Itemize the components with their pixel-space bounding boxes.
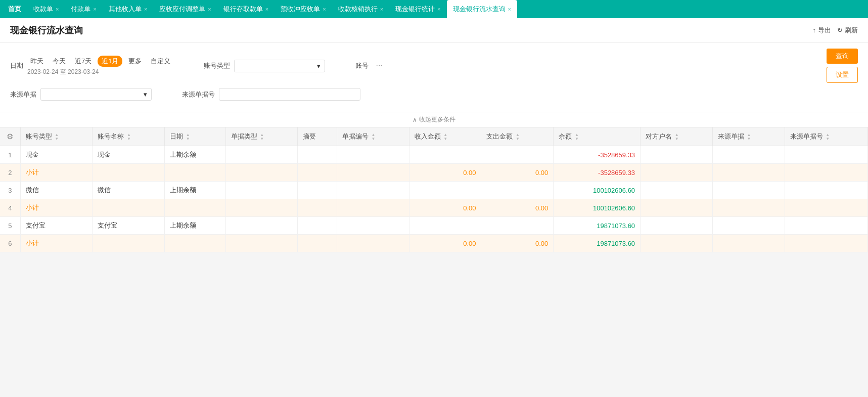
cell-date bbox=[165, 199, 225, 217]
cell-doc-type bbox=[225, 146, 298, 164]
table-row[interactable]: 4 小计 0.00 0.00 100102606.60 bbox=[0, 199, 868, 217]
collapse-bar[interactable]: ∧ 收起更多条件 bbox=[0, 112, 868, 127]
close-icon-adjustment[interactable]: × bbox=[208, 6, 211, 12]
close-icon-fudan[interactable]: × bbox=[93, 6, 96, 12]
cell-source-doc-no bbox=[785, 164, 867, 182]
cell-source-doc bbox=[712, 146, 785, 164]
sort-account-type-icon[interactable]: ▲▼ bbox=[55, 133, 59, 141]
nav-tab-shoudan[interactable]: 收款单 × bbox=[27, 0, 65, 18]
table-row[interactable]: 3 微信 微信 上期余额 100102606.60 bbox=[0, 182, 868, 199]
close-icon-bank-deposit[interactable]: × bbox=[265, 6, 268, 12]
cell-account-type: 现金 bbox=[20, 146, 93, 164]
cell-expense: 0.00 bbox=[481, 164, 554, 182]
cell-source-doc bbox=[712, 235, 785, 252]
cell-date: 上期余额 bbox=[165, 182, 225, 199]
date-btn-more[interactable]: 更多 bbox=[125, 56, 145, 67]
sort-expense-icon[interactable]: ▲▼ bbox=[516, 133, 520, 141]
column-summary: 摘要 bbox=[298, 127, 337, 146]
date-filter-group: 日期 昨天 今天 近7天 近1月 更多 自定义 2023-02-24 至 202… bbox=[10, 56, 173, 76]
cell-doc-no bbox=[337, 217, 409, 235]
sort-balance-icon[interactable]: ▲▼ bbox=[575, 133, 579, 141]
cell-doc-type bbox=[225, 164, 298, 182]
sort-counterpart-icon[interactable]: ▲▼ bbox=[675, 133, 679, 141]
column-doc-no: 单据编号 ▲▼ bbox=[337, 127, 409, 146]
gear-icon[interactable]: ⚙ bbox=[7, 132, 13, 141]
nav-tab-bank-deposit[interactable]: 银行存取款单 × bbox=[217, 0, 275, 18]
sort-source-doc-no-icon[interactable]: ▲▼ bbox=[826, 133, 830, 141]
date-shortcuts: 昨天 今天 近7天 近1月 更多 自定义 bbox=[27, 56, 173, 67]
source-doc-select[interactable]: ▾ bbox=[40, 88, 152, 101]
source-doc-no-input[interactable] bbox=[219, 88, 360, 101]
filter-row-2: 来源单据 ▾ 来源单据号 bbox=[10, 88, 858, 101]
sort-source-doc-icon[interactable]: ▲▼ bbox=[747, 133, 751, 141]
refresh-icon: ↻ bbox=[837, 26, 843, 34]
nav-tab-fudan[interactable]: 付款单 × bbox=[65, 0, 102, 18]
source-doc-label: 来源单据 bbox=[10, 90, 36, 99]
cell-account-name bbox=[93, 164, 165, 182]
date-range-display: 2023-02-24 至 2023-03-24 bbox=[27, 68, 173, 76]
nav-tab-bank-flow[interactable]: 现金银行流水查询 × bbox=[447, 0, 517, 18]
cell-source-doc-no bbox=[785, 146, 867, 164]
filter-area: 日期 昨天 今天 近7天 近1月 更多 自定义 2023-02-24 至 202… bbox=[0, 42, 868, 112]
date-btn-1month[interactable]: 近1月 bbox=[98, 56, 122, 67]
date-label: 日期 bbox=[10, 61, 23, 70]
table-row[interactable]: 5 支付宝 支付宝 上期余额 19871073.60 bbox=[0, 217, 868, 235]
sort-date-icon[interactable]: ▲▼ bbox=[186, 133, 190, 141]
cell-id: 1 bbox=[0, 146, 20, 164]
settings-button[interactable]: 设置 bbox=[827, 67, 858, 83]
table-row[interactable]: 6 小计 0.00 0.00 19871073.60 bbox=[0, 235, 868, 252]
close-icon-bank-flow[interactable]: × bbox=[508, 6, 511, 12]
cell-income bbox=[409, 217, 481, 235]
table-body: 1 现金 现金 上期余额 -3528659.33 2 小计 0.00 0.00 … bbox=[0, 146, 868, 252]
cell-id: 3 bbox=[0, 182, 20, 199]
sort-doc-type-icon[interactable]: ▲▼ bbox=[260, 133, 264, 141]
cell-income: 0.00 bbox=[409, 235, 481, 252]
nav-tab-adjustment[interactable]: 应收应付调整单 × bbox=[153, 0, 217, 18]
cell-summary bbox=[298, 235, 337, 252]
cell-id: 2 bbox=[0, 164, 20, 182]
cell-source-doc-no bbox=[785, 217, 867, 235]
column-doc-type: 单据类型 ▲▼ bbox=[225, 127, 298, 146]
nav-tab-prepay[interactable]: 预收冲应收单 × bbox=[275, 0, 332, 18]
table-container: ⚙ 账号类型 ▲▼ 账号名称 ▲▼ 日期 ▲▼ 单据类型 ▲▼ bbox=[0, 127, 868, 252]
sort-account-name-icon[interactable]: ▲▼ bbox=[127, 133, 131, 141]
nav-tab-bank-stats[interactable]: 现金银行统计 × bbox=[389, 0, 446, 18]
cell-source-doc-no bbox=[785, 235, 867, 252]
nav-tab-other-income[interactable]: 其他收入单 × bbox=[103, 0, 153, 18]
cell-account-name: 微信 bbox=[93, 182, 165, 199]
account-type-select[interactable]: ▾ bbox=[234, 60, 325, 72]
account-label: 账号 bbox=[355, 61, 369, 70]
close-icon-prepay[interactable]: × bbox=[323, 6, 326, 12]
header-actions: ↑ 导出 ↻ 刷新 bbox=[813, 26, 858, 35]
query-button[interactable]: 查询 bbox=[827, 49, 858, 64]
cell-doc-no bbox=[337, 146, 409, 164]
cell-date bbox=[165, 164, 225, 182]
date-btn-custom[interactable]: 自定义 bbox=[148, 56, 173, 67]
table-row[interactable]: 2 小计 0.00 0.00 -3528659.33 bbox=[0, 164, 868, 182]
account-dots[interactable]: ··· bbox=[373, 61, 385, 70]
nav-tab-receivable-exec[interactable]: 收款核销执行 × bbox=[332, 0, 389, 18]
column-balance: 余额 ▲▼ bbox=[554, 127, 641, 146]
cell-doc-type bbox=[225, 217, 298, 235]
top-nav: 首页 收款单 × 付款单 × 其他收入单 × 应收应付调整单 × 银行存取款单 … bbox=[0, 0, 868, 18]
close-icon-bank-stats[interactable]: × bbox=[437, 6, 440, 12]
cell-doc-type bbox=[225, 199, 298, 217]
table-row[interactable]: 1 现金 现金 上期余额 -3528659.33 bbox=[0, 146, 868, 164]
nav-home[interactable]: 首页 bbox=[2, 0, 27, 18]
sort-doc-no-icon[interactable]: ▲▼ bbox=[372, 133, 376, 141]
cell-id: 5 bbox=[0, 217, 20, 235]
close-icon-other-income[interactable]: × bbox=[144, 6, 147, 12]
date-btn-today[interactable]: 今天 bbox=[50, 56, 69, 67]
date-btn-7days[interactable]: 近7天 bbox=[72, 56, 95, 67]
column-account-type: 账号类型 ▲▼ bbox=[20, 127, 93, 146]
refresh-button[interactable]: ↻ 刷新 bbox=[837, 26, 858, 35]
date-btn-yesterday[interactable]: 昨天 bbox=[27, 56, 47, 67]
sort-income-icon[interactable]: ▲▼ bbox=[443, 133, 447, 141]
cell-account-name: 现金 bbox=[93, 146, 165, 164]
close-icon-shoudan[interactable]: × bbox=[56, 6, 59, 12]
close-icon-receivable-exec[interactable]: × bbox=[380, 6, 383, 12]
cell-account-type: 支付宝 bbox=[20, 217, 93, 235]
cell-expense bbox=[481, 182, 554, 199]
cell-counterpart bbox=[641, 182, 713, 199]
export-button[interactable]: ↑ 导出 bbox=[813, 26, 832, 35]
